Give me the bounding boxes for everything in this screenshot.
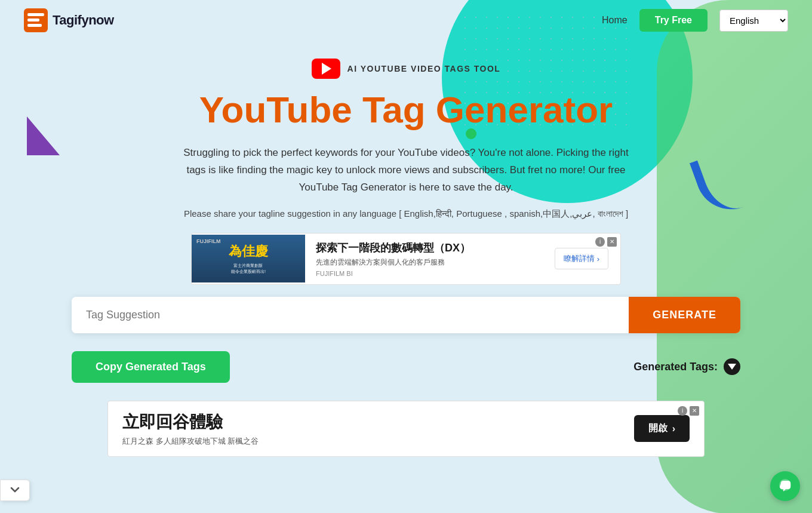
youtube-play-icon bbox=[322, 63, 331, 75]
ad1-close-icon[interactable]: ✕ bbox=[607, 237, 617, 247]
ad2-content: 立即回谷體驗 紅月之森 多人組隊攻破地下城 新楓之谷 bbox=[108, 401, 620, 456]
chat-icon bbox=[777, 478, 793, 494]
logo-icon bbox=[24, 8, 48, 32]
logo-text: Tagifynow bbox=[53, 13, 114, 28]
badge-label: AI YOUTUBE VIDEO TAGS TOOL bbox=[347, 64, 501, 73]
ad1-content: 探索下一階段的數碼轉型（DX） 先進的雲端解決方案與個人化的客戶服務 FUJIF… bbox=[305, 234, 543, 284]
ad2-close-area: i ✕ bbox=[678, 406, 699, 416]
input-area: GENERATE bbox=[72, 297, 740, 333]
ad1-image: 為佳慶 富士片商業創新能令企業股嶄而出! FUJIFILM bbox=[192, 235, 305, 282]
youtube-icon bbox=[312, 59, 340, 79]
nav-right: Home Try Free English 中文 Español Portugu… bbox=[602, 9, 788, 32]
svg-rect-3 bbox=[27, 19, 39, 21]
ad1-chevron-icon: › bbox=[597, 254, 599, 263]
arrow-down-shape bbox=[728, 364, 736, 370]
hero-description: Struggling to pick the perfect keywords … bbox=[173, 145, 639, 196]
language-tagline: Please share your tagline suggestion in … bbox=[12, 208, 800, 220]
ad2-chevron-icon: › bbox=[672, 423, 675, 434]
home-link[interactable]: Home bbox=[602, 15, 628, 26]
ad1-fujifilm-subtitle: 富士片商業創新能令企業股嶄而出! bbox=[231, 263, 266, 275]
ad1-learn-more-button[interactable]: 瞭解詳情 › bbox=[555, 248, 608, 269]
ad1-subtitle: 先進的雲端解決方案與個人化的客戶服務 bbox=[316, 257, 532, 268]
ad2-title: 立即回谷體驗 bbox=[122, 411, 605, 434]
tag-input[interactable] bbox=[72, 297, 629, 333]
ad2-info-icon[interactable]: i bbox=[678, 406, 687, 416]
copy-tags-button[interactable]: Copy Generated Tags bbox=[72, 351, 230, 383]
svg-rect-2 bbox=[27, 13, 44, 16]
youtube-badge: AI YOUTUBE VIDEO TAGS TOOL bbox=[12, 59, 800, 79]
chevron-down-icon bbox=[9, 486, 21, 495]
ad1-action-area: 瞭解詳情 › bbox=[543, 248, 620, 269]
ad1-title: 探索下一階段的數碼轉型（DX） bbox=[316, 241, 532, 255]
ad-banner-1: 為佳慶 富士片商業創新能令企業股嶄而出! FUJIFILM 探索下一階段的數碼轉… bbox=[191, 233, 621, 285]
ad1-fujifilm-brand: FUJIFILM bbox=[196, 238, 221, 244]
generated-tags-label: Generated Tags: bbox=[633, 358, 740, 375]
ad2-open-button[interactable]: 開啟 › bbox=[634, 415, 690, 442]
try-free-button[interactable]: Try Free bbox=[639, 9, 708, 32]
main-title: YouTube Tag Generator bbox=[12, 90, 800, 130]
ad1-close-area: i ✕ bbox=[595, 237, 617, 247]
bottom-actions: Copy Generated Tags Generated Tags: bbox=[72, 351, 740, 401]
generated-tags-text: Generated Tags: bbox=[633, 361, 718, 373]
ad1-fujifilm-text: 為佳慶 bbox=[229, 242, 268, 260]
ad2-subtitle: 紅月之森 多人組隊攻破地下城 新楓之谷 bbox=[122, 436, 605, 447]
collapse-button[interactable] bbox=[0, 480, 30, 501]
ad2-open-label: 開啟 bbox=[648, 422, 668, 435]
arrow-down-icon bbox=[724, 358, 740, 375]
ad1-info-icon[interactable]: i bbox=[595, 237, 605, 247]
chat-bubble-button[interactable] bbox=[770, 471, 800, 501]
ad-banner-2: 立即回谷體驗 紅月之森 多人組隊攻破地下城 新楓之谷 開啟 › i ✕ bbox=[107, 401, 705, 457]
navbar: Tagifynow Home Try Free English 中文 Españ… bbox=[0, 0, 812, 41]
language-select[interactable]: English 中文 Español Português العربية हिन… bbox=[719, 10, 788, 32]
main-content: AI YOUTUBE VIDEO TAGS TOOL YouTube Tag G… bbox=[0, 41, 812, 457]
ad2-close-icon[interactable]: ✕ bbox=[690, 406, 699, 416]
generate-button[interactable]: GENERATE bbox=[629, 297, 740, 333]
svg-rect-4 bbox=[27, 24, 42, 27]
logo-area: Tagifynow bbox=[24, 8, 114, 32]
ad1-learn-more-label: 瞭解詳情 bbox=[564, 253, 595, 264]
ad1-brand: FUJIFILM BI bbox=[316, 270, 532, 277]
